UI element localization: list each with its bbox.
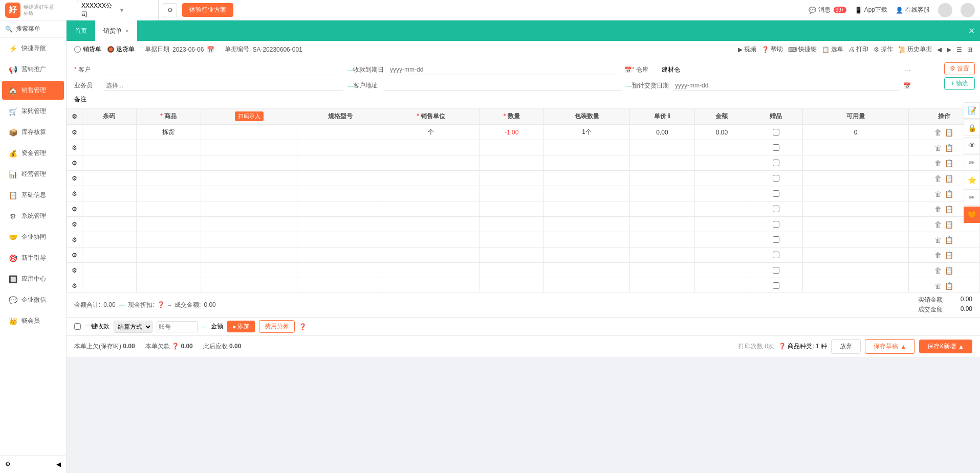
row-settings[interactable]: ⚙ bbox=[67, 278, 82, 292]
message-button[interactable]: 💬 消息 99+ bbox=[809, 6, 846, 14]
row-gift[interactable] bbox=[749, 263, 803, 278]
row-qty[interactable]: -1.00 bbox=[480, 125, 544, 140]
sidebar-collapse-icon[interactable]: ◀ bbox=[56, 461, 61, 468]
settings-button[interactable]: ⚙ 设置 bbox=[944, 62, 975, 75]
due-date-calendar-icon[interactable]: 📅 bbox=[624, 66, 632, 74]
row-product[interactable] bbox=[136, 171, 201, 186]
operation-action[interactable]: ⚙ 操作 bbox=[874, 45, 893, 54]
gift-checkbox[interactable] bbox=[773, 129, 779, 136]
row-pkg-qty[interactable] bbox=[544, 171, 630, 186]
delete-icon[interactable]: 🗑 bbox=[934, 266, 942, 275]
row-amount[interactable] bbox=[695, 278, 749, 292]
grid-view-action[interactable]: ⊞ bbox=[967, 46, 972, 53]
row-amount[interactable]: 0.00 bbox=[695, 125, 749, 140]
row-pkg-qty[interactable] bbox=[544, 155, 630, 171]
next-action[interactable]: ▶ bbox=[947, 46, 951, 53]
fee-split-button[interactable]: 费用分摊 bbox=[259, 320, 295, 333]
return-order-radio-input[interactable] bbox=[107, 46, 114, 53]
row-amount[interactable] bbox=[695, 171, 749, 186]
right-tool-pencil[interactable]: ✏ bbox=[964, 189, 980, 206]
row-unit[interactable] bbox=[383, 217, 479, 232]
notes-input[interactable] bbox=[91, 96, 972, 103]
copy-icon[interactable]: 📋 bbox=[945, 128, 953, 137]
online-service-button[interactable]: 👤 在线客服 bbox=[896, 6, 930, 14]
row-unit[interactable] bbox=[383, 278, 479, 292]
row-barcode[interactable] bbox=[82, 171, 137, 186]
due-date-input[interactable] bbox=[388, 64, 620, 75]
row-settings[interactable]: ⚙ bbox=[67, 247, 82, 263]
right-tool-note[interactable]: 📝 bbox=[964, 102, 980, 119]
row-spec[interactable] bbox=[297, 186, 383, 201]
row-pkg-qty[interactable] bbox=[544, 201, 630, 217]
tab-home[interactable]: 首页 bbox=[67, 20, 95, 41]
sidebar-item-collab[interactable]: 🤝 企业协同 bbox=[2, 228, 64, 246]
row-product[interactable]: 拣货 bbox=[136, 125, 201, 140]
tab-close-icon[interactable]: ✕ bbox=[125, 28, 129, 34]
app-download-button[interactable]: 📱 App下载 bbox=[855, 6, 887, 14]
row-barcode[interactable] bbox=[82, 232, 137, 247]
row-product[interactable] bbox=[136, 155, 201, 171]
row-settings[interactable]: ⚙ bbox=[67, 201, 82, 217]
row-unit[interactable] bbox=[383, 263, 479, 278]
row-settings[interactable]: ⚙ bbox=[67, 186, 82, 201]
row-spec[interactable] bbox=[297, 140, 383, 155]
salesperson-input[interactable] bbox=[104, 80, 343, 91]
row-barcode[interactable] bbox=[82, 201, 137, 217]
sidebar-item-sales[interactable]: 🏠 销售管理 bbox=[2, 81, 64, 100]
company-selector[interactable]: XXXXXX公司 ▼ bbox=[77, 0, 159, 21]
avatar[interactable] bbox=[938, 3, 952, 17]
row-scan[interactable] bbox=[201, 140, 297, 155]
row-spec[interactable] bbox=[297, 247, 383, 263]
row-pkg-qty[interactable] bbox=[544, 186, 630, 201]
sidebar-item-operations[interactable]: 📊 经营管理 bbox=[2, 165, 64, 184]
row-spec[interactable] bbox=[297, 125, 383, 140]
sidebar-item-apps[interactable]: 🔲 应用中心 bbox=[2, 269, 64, 288]
delete-icon[interactable]: 🗑 bbox=[934, 220, 942, 229]
row-settings[interactable]: ⚙ bbox=[67, 155, 82, 171]
row-settings[interactable]: ⚙ bbox=[67, 171, 82, 186]
warehouse-dots-icon[interactable]: ··· bbox=[905, 66, 911, 74]
gift-checkbox[interactable] bbox=[773, 282, 779, 289]
row-qty[interactable] bbox=[480, 171, 544, 186]
row-unit-price[interactable] bbox=[629, 217, 694, 232]
row-product[interactable] bbox=[136, 217, 201, 232]
copy-icon[interactable]: 📋 bbox=[945, 205, 953, 213]
row-qty[interactable] bbox=[480, 140, 544, 155]
save-new-button[interactable]: 保存&新增 ▲ bbox=[919, 340, 972, 353]
row-settings[interactable]: ⚙ bbox=[67, 140, 82, 155]
row-scan[interactable] bbox=[201, 232, 297, 247]
row-pkg-qty[interactable] bbox=[544, 278, 630, 292]
row-qty[interactable] bbox=[480, 278, 544, 292]
row-scan[interactable] bbox=[201, 263, 297, 278]
sidebar-settings-icon[interactable]: ⚙ bbox=[5, 461, 11, 468]
row-barcode[interactable] bbox=[82, 278, 137, 292]
row-product[interactable] bbox=[136, 232, 201, 247]
row-barcode[interactable] bbox=[82, 217, 137, 232]
row-barcode[interactable] bbox=[82, 140, 137, 155]
row-amount[interactable] bbox=[695, 140, 749, 155]
table-wrapper[interactable]: ⚙ 条码 * 商品 扫码录入 规格型号 * 销售单位 * 数量 包装数量 单价 … bbox=[67, 108, 980, 292]
gift-checkbox[interactable] bbox=[773, 267, 779, 274]
row-amount[interactable] bbox=[695, 232, 749, 247]
row-gift[interactable] bbox=[749, 140, 803, 155]
sidebar-item-finance[interactable]: 💰 资金管理 bbox=[2, 144, 64, 163]
one-click-payment-checkbox[interactable] bbox=[74, 323, 81, 330]
delete-icon[interactable]: 🗑 bbox=[934, 205, 942, 213]
dots-icon[interactable]: ··· bbox=[202, 323, 207, 330]
add-button[interactable]: ● 添加 bbox=[227, 321, 255, 332]
settings-icon[interactable]: ⚙ bbox=[163, 3, 177, 17]
gift-checkbox[interactable] bbox=[773, 236, 779, 243]
sales-order-radio[interactable]: 销货单 bbox=[74, 45, 101, 54]
row-unit[interactable] bbox=[383, 247, 479, 263]
row-scan[interactable] bbox=[201, 186, 297, 201]
row-spec[interactable] bbox=[297, 155, 383, 171]
tab-bar-close-button[interactable]: ✕ bbox=[968, 20, 980, 41]
row-gift[interactable] bbox=[749, 186, 803, 201]
row-unit[interactable] bbox=[383, 171, 479, 186]
row-unit-price[interactable] bbox=[629, 232, 694, 247]
row-product[interactable] bbox=[136, 186, 201, 201]
row-unit-price[interactable] bbox=[629, 247, 694, 263]
delete-icon[interactable]: 🗑 bbox=[934, 236, 942, 244]
video-action[interactable]: ▶ 视频 bbox=[738, 45, 756, 54]
gift-checkbox[interactable] bbox=[773, 144, 779, 151]
